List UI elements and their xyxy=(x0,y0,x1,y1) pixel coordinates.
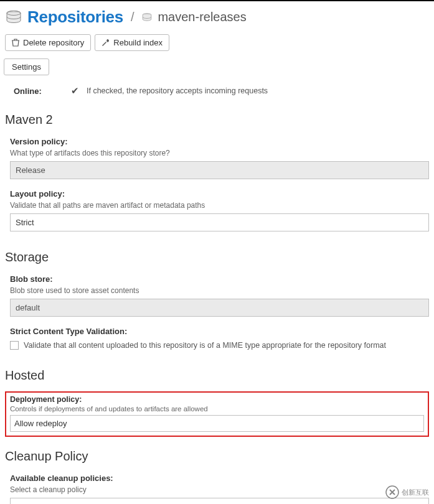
strict-validation-label: Strict Content Type Validation: xyxy=(10,327,429,338)
version-policy-label: Version policy: xyxy=(10,137,429,149)
watermark: 创新互联 xyxy=(385,485,429,499)
layout-policy-label: Layout policy: xyxy=(10,189,429,201)
version-policy-select[interactable]: Release xyxy=(10,161,429,179)
blob-store-hint: Blob store used to store asset contents xyxy=(10,286,429,299)
breadcrumb-repo-name: maven-releases xyxy=(158,10,246,24)
breadcrumb-separator: / xyxy=(131,10,134,24)
cleanup-label: Available cleanup policies: xyxy=(10,474,429,485)
online-label: Online: xyxy=(14,86,64,96)
field-blob-store: Blob store: Blob store used to store ass… xyxy=(5,271,429,323)
form: Online: ✔ If checked, the repository acc… xyxy=(0,75,434,504)
rebuild-index-button[interactable]: Rebuild index xyxy=(95,34,169,51)
online-checkbox[interactable]: ✔ xyxy=(71,85,79,96)
field-cleanup-policies: Available cleanup policies: Select a cle… xyxy=(5,470,429,504)
page-title: Repositories xyxy=(27,7,123,27)
page-header: Repositories / maven-releases xyxy=(0,1,434,34)
section-hosted: Hosted Deployment policy: Controls if de… xyxy=(5,360,429,441)
watermark-icon xyxy=(385,485,399,499)
tab-settings[interactable]: Settings xyxy=(4,58,49,75)
version-policy-hint: What type of artifacts does this reposit… xyxy=(10,149,429,161)
layout-policy-select[interactable]: Strict xyxy=(10,213,429,231)
database-icon xyxy=(5,10,22,25)
cleanup-select[interactable]: None xyxy=(10,498,429,504)
database-icon-small xyxy=(141,12,153,22)
strict-validation-hint: Validate that all content uploaded to th… xyxy=(24,341,386,350)
section-title-hosted: Hosted xyxy=(5,368,429,389)
deployment-policy-label: Deployment policy: xyxy=(10,395,424,405)
blob-store-select[interactable]: default xyxy=(10,299,429,317)
section-maven: Maven 2 Version policy: What type of art… xyxy=(5,104,429,241)
online-hint: If checked, the repository accepts incom… xyxy=(87,86,268,95)
deployment-policy-highlight: Deployment policy: Controls if deploymen… xyxy=(5,391,429,437)
watermark-text: 创新互联 xyxy=(402,488,429,497)
section-cleanup: Cleanup Policy Available cleanup policie… xyxy=(5,441,429,504)
delete-repository-button[interactable]: Delete repository xyxy=(5,34,91,51)
field-layout-policy: Layout policy: Validate that all paths a… xyxy=(5,185,429,238)
blob-store-label: Blob store: xyxy=(10,274,429,286)
deployment-policy-hint: Controls if deployments of and updates t… xyxy=(10,405,424,415)
section-title-storage: Storage xyxy=(5,250,429,271)
deployment-policy-select[interactable]: Allow redeploy xyxy=(10,415,424,432)
toolbar: Delete repository Rebuild index xyxy=(0,34,434,56)
delete-label: Delete repository xyxy=(23,38,84,47)
cleanup-hint: Select a cleanup policy xyxy=(10,485,429,498)
rebuild-label: Rebuild index xyxy=(113,38,163,47)
layout-policy-hint: Validate that all paths are maven artifa… xyxy=(10,201,429,213)
wrench-icon xyxy=(101,39,110,47)
trash-icon xyxy=(12,39,19,47)
section-storage: Storage Blob store: Blob store used to s… xyxy=(5,241,429,360)
section-title-cleanup: Cleanup Policy xyxy=(5,449,429,470)
section-title-maven: Maven 2 xyxy=(5,113,429,133)
online-row: Online: ✔ If checked, the repository acc… xyxy=(5,82,429,104)
field-strict-validation: Strict Content Type Validation: Validate… xyxy=(5,323,429,356)
strict-validation-checkbox[interactable] xyxy=(10,341,19,350)
field-version-policy: Version policy: What type of artifacts d… xyxy=(5,133,429,185)
tabs: Settings xyxy=(0,56,434,75)
